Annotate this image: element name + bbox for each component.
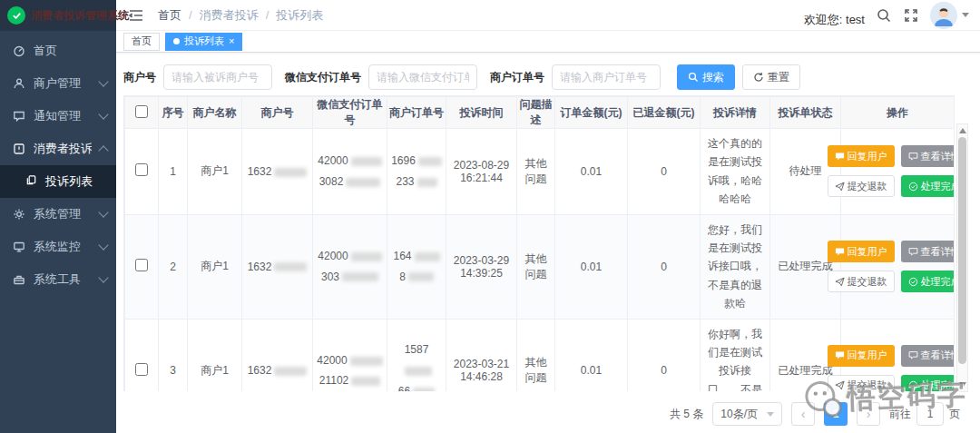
submit-refund-button[interactable]: 提交退款 bbox=[828, 175, 895, 197]
chevron-down-icon bbox=[98, 240, 108, 250]
sidebar-item-system-tools[interactable]: 系统工具 bbox=[0, 263, 116, 296]
caret-down-icon bbox=[962, 13, 969, 17]
sidebar-fold-icon[interactable] bbox=[127, 6, 145, 25]
breadcrumb-home[interactable]: 首页 bbox=[158, 7, 181, 24]
complaint-table: 序号 商户名称 商户号 微信支付订单号 商户订单号 投诉时间 问题描述 订单金额… bbox=[123, 95, 955, 391]
wx-order-label: 微信支付订单号 bbox=[285, 70, 361, 85]
refresh-icon bbox=[753, 72, 764, 83]
reply-user-button[interactable]: 回复用户 bbox=[828, 145, 895, 167]
sidebar-item-system-mgmt[interactable]: 系统管理 bbox=[0, 198, 116, 231]
toolbox-icon bbox=[13, 273, 25, 286]
pagination: 共 5 条 10条/页 ‹ 1 › 前往 页 bbox=[670, 402, 960, 426]
chat-filled-icon bbox=[835, 152, 845, 162]
page-size-select[interactable]: 10条/页 bbox=[712, 402, 782, 426]
chat-filled-icon bbox=[835, 247, 845, 257]
reply-user-button[interactable]: 回复用户 bbox=[828, 345, 895, 367]
scrollbar-thumb[interactable] bbox=[958, 137, 966, 364]
merchant-id-label: 商户号 bbox=[123, 70, 156, 85]
chat-filled-icon bbox=[835, 350, 845, 360]
tab-complaint-list[interactable]: 投诉列表 × bbox=[165, 33, 242, 51]
wechat-logo-icon bbox=[7, 6, 25, 25]
view-detail-button[interactable]: 查看详情 bbox=[901, 241, 956, 262]
dashboard-icon bbox=[13, 44, 25, 57]
row-checkbox[interactable] bbox=[135, 259, 148, 271]
list-icon bbox=[25, 174, 37, 189]
chevron-down-icon bbox=[767, 412, 774, 417]
chat-outline-icon bbox=[908, 152, 918, 162]
sidebar-item-consumer-complaint[interactable]: 消费者投诉 bbox=[0, 133, 116, 165]
tab-active-dot bbox=[173, 38, 180, 44]
notice-icon bbox=[13, 110, 25, 123]
top-navbar: 首页 / 消费者投诉 / 投诉列表 欢迎您: test bbox=[116, 0, 980, 31]
select-all-checkbox[interactable] bbox=[135, 105, 148, 118]
username: test bbox=[846, 13, 865, 26]
scroll-down-icon[interactable] bbox=[959, 382, 966, 388]
sidebar-item-merchant-mgmt[interactable]: 商户管理 bbox=[0, 67, 116, 100]
send-icon bbox=[835, 277, 845, 287]
main-content: 商户号 微信支付订单号 商户订单号 搜索 重置 bbox=[116, 53, 980, 433]
gear-icon bbox=[13, 208, 25, 221]
chevron-down-icon bbox=[98, 272, 108, 282]
filter-form: 商户号 微信支付订单号 商户订单号 搜索 重置 bbox=[116, 53, 980, 93]
search-button[interactable]: 搜索 bbox=[677, 64, 735, 90]
row-checkbox[interactable] bbox=[135, 363, 148, 376]
monitor-icon bbox=[13, 241, 25, 253]
check-circle-icon bbox=[908, 182, 918, 192]
complete-button[interactable]: 处理完成 bbox=[901, 175, 956, 197]
tab-close-icon[interactable]: × bbox=[229, 36, 234, 46]
table-header-row: 序号 商户名称 商户号 微信支付订单号 商户订单号 投诉时间 问题描述 订单金额… bbox=[125, 97, 955, 129]
chevron-down-icon bbox=[98, 207, 108, 217]
sidebar-item-home[interactable]: 首页 bbox=[0, 34, 116, 67]
table-scrollbar[interactable] bbox=[956, 123, 968, 392]
scroll-up-icon[interactable] bbox=[959, 128, 966, 133]
chat-outline-icon bbox=[908, 247, 918, 257]
status-badge: 待处理 bbox=[770, 129, 841, 215]
sidebar-item-notice-mgmt[interactable]: 通知管理 bbox=[0, 100, 116, 133]
row-checkbox[interactable] bbox=[135, 163, 148, 176]
app-logo-bar[interactable]: 消费者投诉管理系统 bbox=[0, 0, 116, 31]
merchant-icon bbox=[13, 77, 25, 90]
view-detail-button[interactable]: 查看详情 bbox=[901, 345, 956, 367]
user-menu[interactable] bbox=[930, 2, 969, 29]
chevron-down-icon bbox=[98, 76, 108, 86]
complete-button[interactable]: 处理完成 bbox=[901, 271, 956, 292]
submit-refund-button[interactable]: 提交退款 bbox=[828, 271, 895, 292]
breadcrumb: 首页 / 消费者投诉 / 投诉列表 bbox=[158, 7, 323, 24]
sidebar-menu: 首页 商户管理 通知管理 消费者投诉 bbox=[0, 31, 116, 296]
submit-refund-button[interactable]: 提交退款 bbox=[828, 375, 895, 391]
reset-button[interactable]: 重置 bbox=[742, 64, 800, 90]
wx-order-input[interactable] bbox=[368, 64, 477, 90]
complete-button[interactable]: 处理完成 bbox=[901, 375, 956, 391]
page: 消费者投诉管理系统 首页 商户管理 通知管理 bbox=[0, 0, 980, 433]
status-badge: 已处理完成 bbox=[770, 214, 841, 319]
sidebar-item-system-monitor[interactable]: 系统监控 bbox=[0, 231, 116, 263]
merchant-order-label: 商户订单号 bbox=[490, 70, 544, 85]
merchant-order-input[interactable] bbox=[552, 64, 661, 90]
avatar[interactable] bbox=[930, 2, 957, 29]
next-page-button[interactable]: › bbox=[857, 402, 880, 426]
table-row: 1 商户1 1632 420003082 1696233 2023-08-29 … bbox=[125, 129, 955, 215]
breadcrumb-consumer-complaint[interactable]: 消费者投诉 bbox=[200, 7, 259, 24]
prev-page-button[interactable]: ‹ bbox=[791, 402, 815, 426]
chevron-down-icon bbox=[98, 109, 108, 119]
send-icon bbox=[835, 182, 845, 192]
goto-page-input[interactable] bbox=[916, 402, 944, 426]
tag-views-bar: 首页 投诉列表 × bbox=[116, 31, 980, 53]
app-title: 消费者投诉管理系统 bbox=[31, 8, 129, 24]
send-icon bbox=[835, 380, 845, 390]
reply-user-button[interactable]: 回复用户 bbox=[828, 241, 895, 262]
welcome-text: 欢迎您: test bbox=[804, 12, 865, 28]
table-row: 3 商户1 1632 4200021102 158766 2023-03-21 … bbox=[125, 319, 955, 391]
goto-label: 前往 bbox=[889, 407, 911, 422]
sidebar-item-complaint-list[interactable]: 投诉列表 bbox=[0, 165, 116, 198]
merchant-id-input[interactable] bbox=[163, 64, 272, 90]
navbar-right: 欢迎您: test bbox=[804, 2, 969, 29]
tab-home[interactable]: 首页 bbox=[123, 33, 160, 51]
search-icon[interactable] bbox=[876, 7, 892, 24]
check-circle-icon bbox=[908, 277, 918, 287]
breadcrumb-complaint-list: 投诉列表 bbox=[276, 7, 323, 24]
view-detail-button[interactable]: 查看详情 bbox=[901, 145, 956, 167]
fullscreen-icon[interactable] bbox=[903, 7, 919, 24]
chat-outline-icon bbox=[908, 350, 918, 360]
page-number-1[interactable]: 1 bbox=[824, 402, 848, 426]
